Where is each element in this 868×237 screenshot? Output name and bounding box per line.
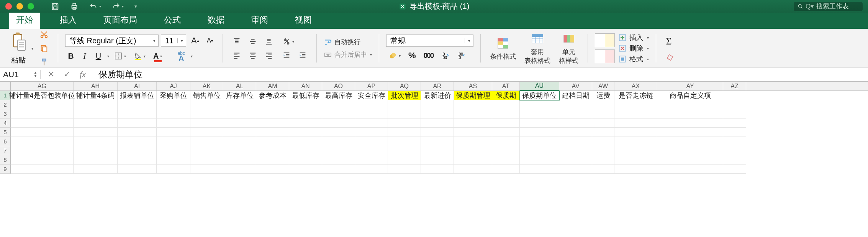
cell-AG3[interactable]	[11, 109, 74, 118]
row-header-7[interactable]: 7	[0, 146, 11, 155]
cell-AK2[interactable]	[190, 100, 223, 109]
cell-AM1[interactable]: 参考成本	[256, 91, 289, 100]
align-bottom-button[interactable]	[262, 36, 276, 47]
cell-AL6[interactable]	[223, 137, 256, 146]
cell-AJ6[interactable]	[157, 137, 190, 146]
cell-AG6[interactable]	[11, 137, 74, 146]
cell-AZ9[interactable]	[723, 165, 746, 174]
cell-AY9[interactable]	[657, 165, 723, 174]
column-header-AW[interactable]: AW	[592, 82, 614, 91]
cell-AU6[interactable]	[520, 137, 559, 146]
delete-cells-button[interactable]: 删除▾	[619, 44, 649, 53]
redo-button[interactable]: ▾	[112, 2, 124, 11]
cell-AJ2[interactable]	[157, 100, 190, 109]
column-header-AX[interactable]: AX	[614, 82, 657, 91]
cell-AX4[interactable]	[614, 118, 657, 128]
cell-AX1[interactable]: 是否走冻链	[614, 91, 657, 100]
font-color-button[interactable]: A	[151, 50, 165, 62]
cell-AQ9[interactable]	[388, 165, 421, 174]
format-painter-button[interactable]	[37, 56, 51, 68]
print-button[interactable]	[70, 2, 79, 11]
cell-AG7[interactable]	[11, 146, 74, 155]
cell-AL2[interactable]	[223, 100, 256, 109]
cell-AN3[interactable]	[289, 109, 322, 118]
cell-AY4[interactable]	[657, 118, 723, 128]
cell-AS6[interactable]	[454, 137, 492, 146]
conditional-formatting-button[interactable]: 条件格式	[488, 36, 518, 61]
accounting-format-button[interactable]	[386, 50, 403, 61]
cell-AI4[interactable]	[118, 118, 157, 128]
cell-AW1[interactable]: 运费	[592, 91, 614, 100]
search-box[interactable]: Q▾ 搜索工作表	[794, 2, 863, 11]
cell-AK6[interactable]	[190, 137, 223, 146]
formula-cancel-button[interactable]: ✕	[47, 69, 54, 79]
ribbon-tab-2[interactable]: 页面布局	[97, 12, 144, 29]
ribbon-tab-0[interactable]: 开始	[9, 12, 40, 29]
bold-button[interactable]: B	[65, 50, 77, 62]
align-center-button[interactable]	[246, 49, 260, 61]
cell-AJ1[interactable]: 采购单位	[157, 91, 190, 100]
cell-AH6[interactable]	[74, 137, 118, 146]
column-header-AK[interactable]: AK	[190, 82, 223, 91]
align-right-button[interactable]	[262, 49, 276, 61]
cell-AS8[interactable]	[454, 155, 492, 165]
decrease-indent-button[interactable]	[280, 49, 293, 61]
cell-AR9[interactable]	[421, 165, 454, 174]
cell-AZ5[interactable]	[723, 128, 746, 137]
cell-AO7[interactable]	[322, 146, 355, 155]
cell-AZ7[interactable]	[723, 146, 746, 155]
font-name-selector[interactable]: ▾	[65, 35, 159, 47]
cell-AV2[interactable]	[559, 100, 592, 109]
cell-AI1[interactable]: 报表辅单位	[118, 91, 157, 100]
border-button[interactable]	[111, 50, 129, 62]
cell-AZ2[interactable]	[723, 100, 746, 109]
cell-AT5[interactable]	[492, 128, 520, 137]
format-as-table-button[interactable]: 套用 表格格式	[522, 31, 553, 65]
cell-AI2[interactable]	[118, 100, 157, 109]
zoom-window-button[interactable]	[28, 3, 34, 10]
column-header-AY[interactable]: AY	[657, 82, 723, 91]
column-header-AZ[interactable]: AZ	[723, 82, 746, 91]
cell-style-preview[interactable]	[595, 33, 615, 47]
close-window-button[interactable]	[5, 3, 12, 10]
name-box-spinner[interactable]: ▲▼	[34, 71, 37, 78]
fill-color-button[interactable]	[131, 50, 148, 62]
cell-AG2[interactable]	[11, 100, 74, 109]
paste-dropdown[interactable]: ▾	[31, 46, 33, 51]
increase-font-button[interactable]: A▴	[188, 34, 202, 47]
cell-AW2[interactable]	[592, 100, 614, 109]
column-header-AV[interactable]: AV	[559, 82, 592, 91]
cell-AJ9[interactable]	[157, 165, 190, 174]
cell-AK4[interactable]	[190, 118, 223, 128]
cell-AQ6[interactable]	[388, 137, 421, 146]
formula-confirm-button[interactable]: ✓	[64, 69, 70, 79]
cell-AV9[interactable]	[559, 165, 592, 174]
cell-AQ3[interactable]	[388, 109, 421, 118]
cell-AQ7[interactable]	[388, 146, 421, 155]
cell-AO5[interactable]	[322, 128, 355, 137]
cut-button[interactable]	[37, 29, 51, 40]
cell-AT4[interactable]	[492, 118, 520, 128]
cell-AX6[interactable]	[614, 137, 657, 146]
increase-decimal-button[interactable]: .0.00	[438, 50, 452, 61]
cell-AP9[interactable]	[355, 165, 388, 174]
cell-AN1[interactable]: 最低库存	[289, 91, 322, 100]
cell-AU5[interactable]	[520, 128, 559, 137]
cell-AN6[interactable]	[289, 137, 322, 146]
increase-indent-button[interactable]	[296, 49, 310, 61]
cell-AH5[interactable]	[74, 128, 118, 137]
cell-AJ7[interactable]	[157, 146, 190, 155]
column-header-AH[interactable]: AH	[74, 82, 118, 91]
cell-AO1[interactable]: 最高库存	[322, 91, 355, 100]
fx-icon[interactable]: fx	[80, 69, 85, 79]
cell-AZ1[interactable]	[723, 91, 746, 100]
cell-AR6[interactable]	[421, 137, 454, 146]
cell-AL3[interactable]	[223, 109, 256, 118]
cell-AI3[interactable]	[118, 109, 157, 118]
cell-AH2[interactable]	[74, 100, 118, 109]
column-header-AS[interactable]: AS	[454, 82, 492, 91]
ribbon-tab-3[interactable]: 公式	[157, 12, 188, 29]
format-cells-button[interactable]: 格式▾	[619, 54, 649, 64]
cell-AW8[interactable]	[592, 155, 614, 165]
decrease-font-button[interactable]: A▾	[204, 35, 216, 46]
